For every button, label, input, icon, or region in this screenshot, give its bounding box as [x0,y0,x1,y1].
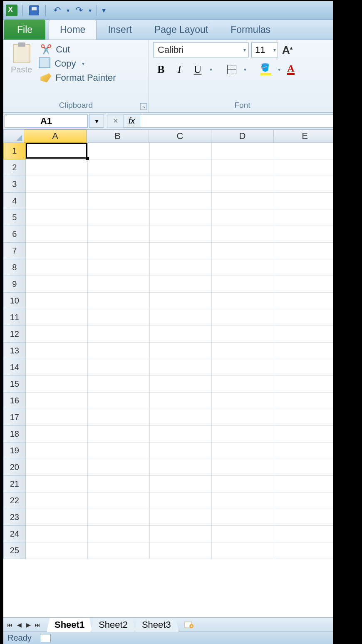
row-header-10[interactable]: 10 [3,293,26,309]
cell-C12[interactable] [150,326,212,343]
cell-B17[interactable] [88,409,150,426]
cell-A22[interactable] [26,492,88,509]
cell-A24[interactable] [26,526,88,542]
font-name-select[interactable]: Calibri ▾ [153,42,249,57]
select-all-button[interactable] [3,129,24,143]
cell-B9[interactable] [88,276,150,293]
cell-C8[interactable] [150,259,212,276]
cell-C25[interactable] [150,542,212,559]
cell-B20[interactable] [88,459,150,476]
row-header-4[interactable]: 4 [3,193,26,209]
row-header-9[interactable]: 9 [3,276,26,293]
cell-C15[interactable] [150,376,212,393]
cell-C1[interactable] [150,143,212,159]
row-header-24[interactable]: 24 [3,526,26,542]
clipboard-dialog-launcher[interactable]: ↘ [140,103,147,110]
cell-B25[interactable] [88,542,150,559]
cell-A23[interactable] [26,509,88,526]
cell-D14[interactable] [212,359,274,376]
cell-A6[interactable] [26,226,88,243]
row-header-23[interactable]: 23 [3,509,26,526]
cell-B2[interactable] [88,159,150,176]
cell-B13[interactable] [88,343,150,359]
cell-D21[interactable] [212,476,274,492]
cell-A2[interactable] [26,159,88,176]
cell-E22[interactable] [274,492,336,509]
cell-A13[interactable] [26,343,88,359]
cell-C3[interactable] [150,176,212,193]
cell-E5[interactable] [274,209,336,226]
cell-D2[interactable] [212,159,274,176]
cell-E19[interactable] [274,443,336,459]
cell-A25[interactable] [26,542,88,559]
cell-B16[interactable] [88,393,150,409]
cell-E17[interactable] [274,409,336,426]
cell-E3[interactable] [274,176,336,193]
cell-D16[interactable] [212,393,274,409]
save-button[interactable] [28,4,40,17]
cell-D3[interactable] [212,176,274,193]
fill-color-button[interactable] [258,62,274,77]
row-header-21[interactable]: 21 [3,476,26,492]
customize-qat-button[interactable]: ▾ [102,6,106,15]
cell-A12[interactable] [26,326,88,343]
cell-E18[interactable] [274,426,336,443]
column-header-C[interactable]: C [149,129,211,143]
cell-E14[interactable] [274,359,336,376]
row-header-8[interactable]: 8 [3,259,26,276]
cell-B21[interactable] [88,476,150,492]
cell-D6[interactable] [212,226,274,243]
copy-button[interactable]: Copy ▾ [38,57,119,70]
cell-D4[interactable] [212,193,274,209]
undo-button[interactable]: ↶ [51,4,63,17]
cell-C10[interactable] [150,293,212,309]
row-header-22[interactable]: 22 [3,492,26,509]
cell-E4[interactable] [274,193,336,209]
cell-C4[interactable] [150,193,212,209]
cell-D5[interactable] [212,209,274,226]
tab-formulas[interactable]: Formulas [219,20,282,40]
cell-C5[interactable] [150,209,212,226]
cell-B10[interactable] [88,293,150,309]
borders-button[interactable] [224,62,240,77]
cell-D17[interactable] [212,409,274,426]
cell-C14[interactable] [150,359,212,376]
sheet-tab-sheet3[interactable]: Sheet3 [134,617,179,632]
borders-dropdown[interactable]: ▾ [244,67,246,72]
cell-A17[interactable] [26,409,88,426]
row-header-11[interactable]: 11 [3,309,26,326]
cell-E20[interactable] [274,459,336,476]
cancel-formula-button[interactable]: ✕ [107,114,124,128]
row-header-13[interactable]: 13 [3,343,26,359]
cell-D9[interactable] [212,276,274,293]
cell-C11[interactable] [150,309,212,326]
cell-A15[interactable] [26,376,88,393]
cell-C7[interactable] [150,243,212,259]
cell-C6[interactable] [150,226,212,243]
cell-D11[interactable] [212,309,274,326]
row-header-5[interactable]: 5 [3,209,26,226]
row-header-25[interactable]: 25 [3,542,26,559]
cell-D25[interactable] [212,542,274,559]
cell-E11[interactable] [274,309,336,326]
cell-A20[interactable] [26,459,88,476]
cell-A11[interactable] [26,309,88,326]
name-box-dropdown[interactable]: ▾ [89,114,104,128]
cell-D20[interactable] [212,459,274,476]
cell-D18[interactable] [212,426,274,443]
cell-C16[interactable] [150,393,212,409]
formula-bar[interactable] [140,114,336,128]
cell-C13[interactable] [150,343,212,359]
row-header-3[interactable]: 3 [3,176,26,193]
column-header-D[interactable]: D [211,129,274,143]
cell-A10[interactable] [26,293,88,309]
row-header-7[interactable]: 7 [3,243,26,259]
cell-D23[interactable] [212,509,274,526]
row-header-20[interactable]: 20 [3,459,26,476]
row-header-1[interactable]: 1 [3,143,26,159]
column-header-B[interactable]: B [87,129,149,143]
cell-D22[interactable] [212,492,274,509]
cell-D1[interactable] [212,143,274,159]
cell-E16[interactable] [274,393,336,409]
cell-D8[interactable] [212,259,274,276]
